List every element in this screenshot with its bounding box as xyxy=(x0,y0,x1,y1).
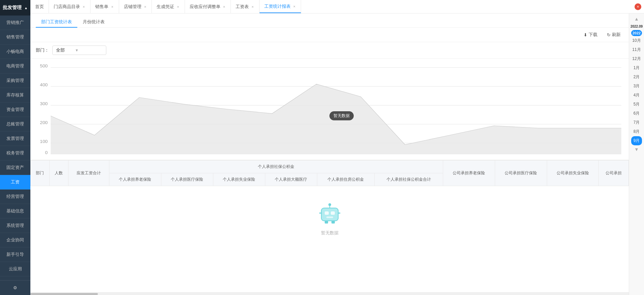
tab-close-icon[interactable]: × xyxy=(251,4,254,9)
timeline-month-1月[interactable]: 1月 xyxy=(630,63,643,72)
tab-应收应付调整单[interactable]: 应收应付调整单× xyxy=(185,0,231,13)
svg-text:500: 500 xyxy=(40,64,48,68)
sidebar-item-固定资产[interactable]: 固定资产 xyxy=(0,160,30,175)
tab-生成凭证[interactable]: 生成凭证× xyxy=(152,0,185,13)
sidebar: 批发管理 ▲ 营销推广销售管理小畅电商电商管理采购管理库存核算资金管理总账管理发… xyxy=(0,0,30,295)
sidebar-item-库存核算[interactable]: 库存核算 xyxy=(0,88,30,102)
sub-tab-月份统计表[interactable]: 月份统计表 xyxy=(77,17,110,28)
th-dept: 部门 xyxy=(31,160,50,186)
page-content: 部门工资统计表月份统计表 ⬇ 下载 ↻ 刷新 部门： 全部 ▼ xyxy=(30,13,629,295)
data-table: 部门 人数 应发工资合计 个人承担社保公积金 公司承担养老保险 公司承担医疗保险… xyxy=(30,160,629,186)
timeline-year-2022[interactable]: 2022 xyxy=(631,30,642,36)
th-personal-housing: 个人承担住房公积金 xyxy=(317,173,374,186)
th-personal-insurance-group: 个人承担社保公积金 xyxy=(109,160,443,173)
chevron-down-icon: ▼ xyxy=(75,48,79,52)
window-close-button[interactable]: × xyxy=(635,3,641,10)
timeline: ▲ 2022.09 202210月11月12月1月2月3月4月5月6月7月8月9… xyxy=(629,13,644,295)
filter-bar: 部门： 全部 ▼ xyxy=(30,42,629,59)
timeline-up-arrow[interactable]: ▲ xyxy=(633,15,640,23)
tab-bar: 首页门店商品目录×销售单×店铺管理×生成凭证×应收应付调整单×工资表×工资统计报… xyxy=(30,0,644,13)
timeline-month-4月[interactable]: 4月 xyxy=(630,91,643,100)
timeline-month-8月[interactable]: 8月 xyxy=(630,127,643,136)
tab-close-icon[interactable]: × xyxy=(222,4,226,9)
tab-close-icon[interactable]: × xyxy=(293,4,296,9)
sidebar-collapse-icon: ▲ xyxy=(24,6,28,10)
th-personal-major-medical: 个人承担大额医疗 xyxy=(265,173,317,186)
tab-label: 应收应付调整单 xyxy=(190,4,220,10)
svg-text:300: 300 xyxy=(40,101,48,106)
download-button[interactable]: ⬇ 下载 xyxy=(581,30,600,39)
tab-工资统计报表[interactable]: 工资统计报表× xyxy=(260,0,301,13)
sidebar-item-云应用[interactable]: 云应用 xyxy=(0,262,30,276)
th-company-old: 公司承担养老保险 xyxy=(443,160,495,186)
horizontal-scrollbar[interactable] xyxy=(30,292,629,295)
sidebar-item-资金管理[interactable]: 资金管理 xyxy=(0,102,30,117)
timeline-down-arrow[interactable]: ▼ xyxy=(633,145,640,153)
tab-店铺管理[interactable]: 店铺管理× xyxy=(119,0,152,13)
sidebar-item-总账管理[interactable]: 总账管理 xyxy=(0,117,30,131)
sidebar-item-发票管理[interactable]: 发票管理 xyxy=(0,131,30,146)
tab-close-icon[interactable]: × xyxy=(82,4,85,9)
tab-门店商品目录[interactable]: 门店商品目录× xyxy=(49,0,90,13)
timeline-month-10月[interactable]: 10月 xyxy=(630,36,643,45)
tab-close-icon[interactable]: × xyxy=(176,4,180,9)
toolbar: ⬇ 下载 ↻ 刷新 xyxy=(30,28,629,42)
svg-text:200: 200 xyxy=(40,120,48,125)
tab-label: 工资表 xyxy=(236,4,249,10)
timeline-month-3月[interactable]: 3月 xyxy=(630,82,643,91)
sidebar-item-采购管理[interactable]: 采购管理 xyxy=(0,73,30,88)
main-area: 首页门店商品目录×销售单×店铺管理×生成凭证×应收应付调整单×工资表×工资统计报… xyxy=(30,0,644,295)
svg-rect-20 xyxy=(325,221,328,224)
settings-button[interactable]: ⚙ xyxy=(0,280,30,295)
timeline-date-label: 2022.09 xyxy=(629,23,644,30)
timeline-month-2月[interactable]: 2月 xyxy=(630,72,643,82)
svg-rect-13 xyxy=(325,211,329,215)
timeline-month-9月[interactable]: 9月 xyxy=(631,136,642,145)
tab-label: 店铺管理 xyxy=(124,4,141,10)
tab-销售单[interactable]: 销售单× xyxy=(90,0,119,13)
sidebar-item-基础信息[interactable]: 基础信息 xyxy=(0,204,30,218)
svg-rect-15 xyxy=(326,216,333,218)
timeline-month-6月[interactable]: 6月 xyxy=(630,109,643,118)
filter-dept-label: 部门： xyxy=(36,47,49,53)
chart-tooltip: 暂无数据 xyxy=(329,111,354,120)
sidebar-item-销售管理[interactable]: 销售管理 xyxy=(0,30,30,45)
table-area[interactable]: 部门 人数 应发工资合计 个人承担社保公积金 公司承担养老保险 公司承担医疗保险… xyxy=(30,160,629,292)
sidebar-item-系统管理[interactable]: 系统管理 xyxy=(0,218,30,233)
tab-工资表[interactable]: 工资表× xyxy=(231,0,259,13)
sidebar-item-小畅电商[interactable]: 小畅电商 xyxy=(0,45,30,59)
tab-首页[interactable]: 首页 xyxy=(30,0,49,13)
th-total-salary: 应发工资合计 xyxy=(68,160,109,186)
sidebar-title: 批发管理 xyxy=(3,5,22,11)
timeline-items: 202210月11月12月1月2月3月4月5月6月7月8月9月 xyxy=(630,30,643,145)
th-company-unemployment: 公司承担失业保险 xyxy=(547,160,599,186)
sidebar-item-税务管理[interactable]: 税务管理 xyxy=(0,146,30,160)
dept-select[interactable]: 全部 ▼ xyxy=(52,46,106,55)
sub-tab-部门工资统计表[interactable]: 部门工资统计表 xyxy=(36,17,77,28)
th-personal-unemployment: 个人承担失业保险 xyxy=(213,173,265,186)
sidebar-item-经营管理[interactable]: 经营管理 xyxy=(0,189,30,204)
window-controls: × xyxy=(635,3,644,10)
timeline-month-11月[interactable]: 11月 xyxy=(630,45,643,54)
scrollbar-thumb xyxy=(30,293,98,295)
content-area: 部门工资统计表月份统计表 ⬇ 下载 ↻ 刷新 部门： 全部 ▼ xyxy=(30,13,644,295)
sidebar-item-电商管理[interactable]: 电商管理 xyxy=(0,59,30,73)
sidebar-item-工资[interactable]: 工资 xyxy=(0,175,30,189)
chart-area: 500 400 300 200 100 0 xyxy=(30,59,629,160)
timeline-month-7月[interactable]: 7月 xyxy=(630,118,643,127)
refresh-button[interactable]: ↻ 刷新 xyxy=(604,30,623,39)
tab-label: 工资统计报表 xyxy=(264,3,291,9)
sidebar-item-营销推广[interactable]: 营销推广 xyxy=(0,16,30,30)
sidebar-item-新手引导[interactable]: 新手引导 xyxy=(0,247,30,262)
svg-point-17 xyxy=(328,203,331,206)
gear-icon: ⚙ xyxy=(13,285,17,290)
tab-close-icon[interactable]: × xyxy=(143,4,147,9)
tab-close-icon[interactable]: × xyxy=(110,4,114,9)
tab-label: 首页 xyxy=(35,4,44,10)
sidebar-header[interactable]: 批发管理 ▲ xyxy=(0,0,30,16)
sidebar-item-企业协同[interactable]: 企业协同 xyxy=(0,233,30,247)
timeline-month-5月[interactable]: 5月 xyxy=(630,100,643,109)
timeline-month-12月[interactable]: 12月 xyxy=(630,54,643,63)
dept-select-value: 全部 xyxy=(56,47,65,53)
download-icon: ⬇ xyxy=(584,32,587,37)
